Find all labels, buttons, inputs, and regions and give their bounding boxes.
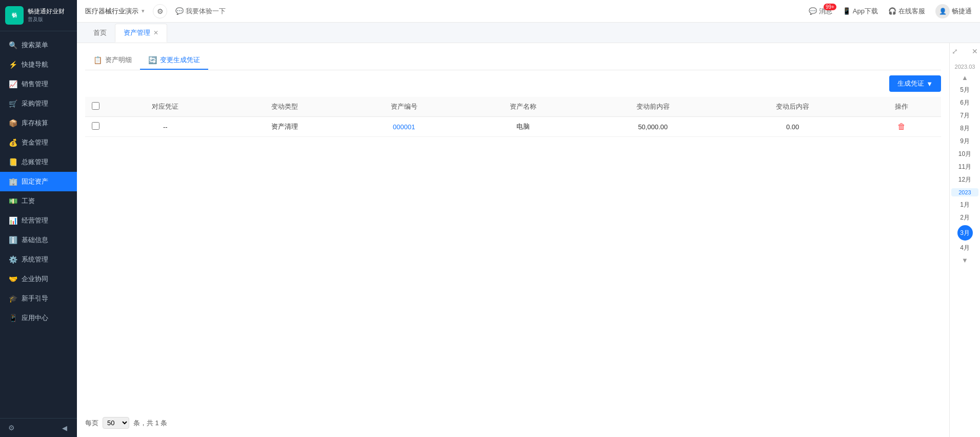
- sidebar-label-ledger: 总账管理: [22, 157, 48, 167]
- app-download-button[interactable]: 📱 App下载: [843, 7, 878, 16]
- col-header-change-type: 变动类型: [225, 97, 345, 117]
- message-button[interactable]: 💬 消息 99+: [809, 7, 832, 16]
- system-icon: ⚙️: [8, 255, 17, 264]
- sub-tab-asset-detail[interactable]: 📋 资产明细: [85, 51, 140, 70]
- sidebar-label-quick-nav: 快捷导航: [22, 60, 48, 69]
- sidebar-item-ledger[interactable]: 📒 总账管理: [0, 152, 77, 172]
- user-menu[interactable]: 👤 畅捷通: [935, 4, 972, 18]
- col-header-asset-code: 资产编号: [344, 97, 464, 117]
- timeline-scroll-down[interactable]: ▼: [959, 254, 970, 266]
- settings-icon[interactable]: ⚙: [8, 424, 15, 432]
- enterprise-icon: 🤝: [8, 274, 17, 284]
- timeline-month-3月[interactable]: 3月: [957, 225, 973, 241]
- sidebar-item-search[interactable]: 🔍 搜索菜单: [0, 35, 77, 55]
- timeline-month-12月[interactable]: 12月: [950, 173, 980, 186]
- sidebar-item-enterprise[interactable]: 🤝 企业协同: [0, 269, 77, 289]
- sidebar-label-operations: 经营管理: [22, 216, 48, 225]
- col-header-before-content: 变动前内容: [583, 97, 723, 117]
- company-selector[interactable]: 医疗器械行业演示 ▾: [85, 7, 145, 16]
- sub-tab-label-change-voucher: 变更生成凭证: [160, 55, 200, 65]
- col-header-operation: 操作: [863, 97, 941, 117]
- delete-row-button-0[interactable]: 🗑: [897, 122, 906, 131]
- sidebar-item-basic-info[interactable]: ℹ️ 基础信息: [0, 230, 77, 250]
- timeline-month-4月[interactable]: 4月: [950, 242, 980, 254]
- purchase-icon: 🛒: [8, 99, 17, 108]
- total-label: 条，共 1 条: [133, 419, 167, 428]
- sidebar-item-purchase[interactable]: 🛒 采购管理: [0, 94, 77, 113]
- timeline-month-9月[interactable]: 9月: [950, 135, 980, 148]
- funds-icon: 💰: [8, 138, 17, 147]
- timeline-scroll-up[interactable]: ▲: [959, 72, 970, 84]
- basic-info-icon: ℹ️: [8, 235, 17, 245]
- tab-label-asset-management: 资产管理: [124, 28, 150, 37]
- feedback-button[interactable]: 💬 我要体验一下: [175, 7, 226, 16]
- timeline-month-11月[interactable]: 11月: [950, 161, 980, 173]
- sidebar-item-system[interactable]: ⚙️ 系统管理: [0, 250, 77, 269]
- timeline-close-icon[interactable]: ✕: [972, 47, 978, 55]
- tab-label-home: 首页: [93, 29, 107, 36]
- sub-tab-icon-asset-detail: 📋: [93, 56, 102, 64]
- inventory-icon: 📦: [8, 118, 17, 128]
- timeline-month-1月[interactable]: 1月: [950, 198, 980, 211]
- sidebar-header: 畅 畅捷通好业财 普及版: [0, 0, 77, 31]
- page-size-select[interactable]: 102050100: [103, 417, 129, 429]
- timeline-month-5月[interactable]: 5月: [950, 84, 980, 96]
- sidebar-label-payroll: 工资: [22, 196, 35, 206]
- app-download-icon: 📱: [843, 7, 851, 15]
- page-size-prefix-label: 每页: [85, 419, 98, 428]
- sidebar-label-sales: 销售管理: [22, 80, 48, 89]
- sidebar-item-funds[interactable]: 💰 资金管理: [0, 133, 77, 152]
- company-name: 医疗器械行业演示: [85, 7, 138, 16]
- sidebar: 畅 畅捷通好业财 普及版 🔍 搜索菜单 ⚡ 快捷导航 📈 销售管理 🛒 采购管理…: [0, 0, 77, 437]
- sidebar-label-system: 系统管理: [22, 255, 48, 264]
- table-row: -- 资产清理 000001 电脑 50,000.00 0.00 🗑: [85, 117, 941, 137]
- row-checkbox-0[interactable]: [92, 122, 99, 130]
- quick-nav-icon: ⚡: [8, 60, 17, 69]
- col-header-checkbox: [85, 97, 106, 117]
- scroll-icon[interactable]: ◀: [61, 424, 69, 432]
- brand-info: 畅捷通好业财 普及版: [28, 8, 65, 23]
- col-header-after-content: 变动后内容: [723, 97, 863, 117]
- payroll-icon: 💵: [8, 196, 17, 206]
- sidebar-item-quick-nav[interactable]: ⚡ 快捷导航: [0, 55, 77, 74]
- logo-text: 畅: [12, 12, 17, 19]
- timeline-month-8月[interactable]: 8月: [950, 122, 980, 135]
- timeline-month-7月[interactable]: 7月: [950, 109, 980, 122]
- tab-home[interactable]: 首页: [85, 24, 115, 43]
- sidebar-item-app-center[interactable]: 📱 应用中心: [0, 308, 77, 328]
- sidebar-label-enterprise: 企业协同: [22, 274, 48, 284]
- row-asset-code-0: 000001: [344, 117, 464, 137]
- company-chevron-icon: ▾: [142, 8, 145, 14]
- sidebar-item-guide[interactable]: 🎓 新手引导: [0, 289, 77, 308]
- tab-asset-management[interactable]: 资产管理✕: [115, 24, 167, 43]
- app-download-label: App下载: [853, 7, 878, 16]
- generate-voucher-dropdown-icon: ▼: [926, 80, 933, 88]
- customer-service-button[interactable]: 🎧 在线客服: [888, 7, 925, 16]
- fixed-assets-icon: 🏢: [8, 177, 17, 186]
- header-right: 💬 消息 99+ 📱 App下载 🎧 在线客服 👤 畅捷通: [809, 4, 972, 18]
- select-all-checkbox[interactable]: [92, 102, 99, 110]
- timeline-month-2月[interactable]: 2月: [950, 211, 980, 224]
- sidebar-label-guide: 新手引导: [22, 294, 48, 303]
- sidebar-item-operations[interactable]: 📊 经营管理: [0, 211, 77, 230]
- username: 畅捷通: [952, 7, 972, 16]
- sidebar-item-fixed-assets[interactable]: 🏢 固定资产: [0, 172, 77, 191]
- tab-close-asset-management[interactable]: ✕: [153, 29, 158, 36]
- row-voucher-0: --: [106, 117, 225, 137]
- sales-icon: 📈: [8, 80, 17, 89]
- sidebar-item-sales[interactable]: 📈 销售管理: [0, 74, 77, 94]
- timeline-month-10月[interactable]: 10月: [950, 148, 980, 161]
- guide-icon: 🎓: [8, 294, 17, 303]
- pagination-bar: 每页 102050100 条，共 1 条: [85, 411, 941, 429]
- sidebar-item-inventory[interactable]: 📦 库存核算: [0, 113, 77, 133]
- header-settings-button[interactable]: ⚙: [153, 4, 167, 18]
- timeline-expand-icon[interactable]: ⤢: [952, 47, 958, 55]
- sub-tab-change-voucher[interactable]: 🔄 变更生成凭证: [140, 51, 208, 70]
- tab-bar: 首页资产管理✕: [77, 23, 980, 43]
- data-table: 对应凭证变动类型资产编号资产名称变动前内容变动后内容操作 -- 资产清理 000…: [85, 97, 941, 137]
- timeline-year-2023: 2023: [951, 188, 978, 196]
- sidebar-item-payroll[interactable]: 💵 工资: [0, 191, 77, 211]
- sub-tab-label-asset-detail: 资产明细: [105, 55, 132, 65]
- generate-voucher-button[interactable]: 生成凭证 ▼: [889, 75, 941, 92]
- timeline-month-6月[interactable]: 6月: [950, 96, 980, 109]
